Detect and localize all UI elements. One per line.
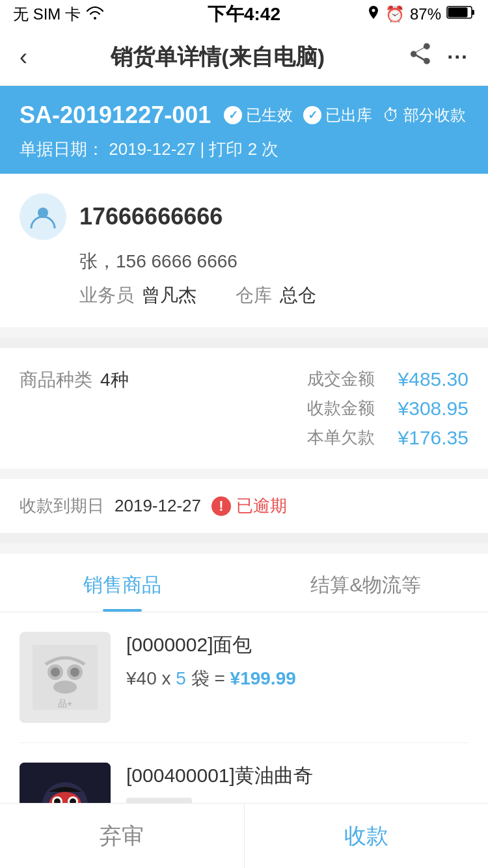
order-id: SA-20191227-001: [20, 102, 211, 129]
overdue-badge: ! 已逾期: [211, 495, 287, 517]
summary-row: 商品种类 4种 成交金额 ¥485.30 收款金额 ¥308.95 本单欠款 ¥…: [20, 368, 468, 449]
svg-rect-1: [472, 10, 474, 15]
nav-bar: ‹ 销货单详情(来自电脑) ···: [0, 29, 488, 86]
collected-amount: ¥308.95: [390, 398, 468, 420]
product-name-1: [0000002]面包: [126, 632, 468, 658]
product-name-2: [000400001]黄油曲奇: [126, 763, 468, 789]
warehouse-name: 总仓: [280, 283, 316, 308]
collected-amount-row: 收款金额 ¥308.95: [307, 397, 468, 420]
due-amount-label: 本单欠款: [307, 426, 375, 449]
tab-sales-goods[interactable]: 销售商品: [0, 554, 244, 612]
due-amount: ¥176.35: [390, 427, 468, 449]
summary-left: 商品种类 4种: [20, 368, 129, 392]
more-icon[interactable]: ···: [447, 45, 468, 69]
battery-label: 87%: [410, 5, 441, 23]
sales-meta: 业务员 曾凡杰: [79, 283, 197, 308]
status-bar-left: 无 SIM 卡: [13, 4, 104, 25]
list-item: 品+ [0000002]面包 ¥40 x 5 袋 = ¥199.99: [20, 612, 468, 743]
due-date-value: 2019-12-27: [115, 496, 201, 516]
due-section: 收款到期日 2019-12-27 ! 已逾期: [0, 479, 488, 533]
reject-button[interactable]: 弃审: [0, 804, 245, 868]
collected-label: 收款金额: [307, 397, 375, 420]
header-banner: SA-20191227-001 ✓ 已生效 ✓ 已出库 ⏱ 部分收款 单据日期：…: [0, 86, 488, 174]
product-info-1: [0000002]面包 ¥40 x 5 袋 = ¥199.99: [126, 632, 468, 723]
deal-amount: ¥485.30: [390, 368, 468, 390]
print-info: | 打印 2 次: [200, 139, 278, 159]
customer-section: 17666666666 张，156 6666 6666 业务员 曾凡杰 仓库 总…: [0, 174, 488, 327]
svg-point-7: [51, 668, 60, 677]
carrier-label: 无 SIM 卡: [13, 4, 81, 25]
svg-text:品+: 品+: [58, 698, 72, 709]
back-button[interactable]: ‹: [20, 44, 27, 71]
sales-name: 曾凡杰: [142, 283, 197, 308]
due-date-label: 收款到期日: [20, 495, 104, 517]
check-icon-2: ✓: [303, 106, 321, 124]
tab-sales-goods-label: 销售商品: [83, 574, 161, 595]
divider-2: [0, 533, 488, 543]
sales-label: 业务员: [79, 283, 134, 308]
product-total-1: ¥199.99: [230, 668, 296, 688]
wifi-icon: [86, 5, 104, 23]
warehouse-meta: 仓库 总仓: [236, 283, 316, 308]
status-bar-time: 下午4:42: [208, 2, 280, 27]
product-unit-price-1: ¥40: [126, 668, 157, 688]
product-thumb-1: 品+: [20, 632, 111, 723]
nav-actions: ···: [408, 42, 468, 72]
svg-point-9: [53, 681, 77, 694]
page-title: 销货单详情(来自电脑): [111, 42, 325, 72]
deal-amount-row: 成交金额 ¥485.30: [307, 368, 468, 390]
location-icon: [367, 5, 380, 24]
product-unit-1: 袋: [191, 668, 210, 688]
clock-icon-status-badge: ⏱: [383, 105, 400, 126]
status-partial-label: 部分收款: [403, 105, 466, 126]
collect-label: 收款: [344, 821, 388, 851]
status-tags: ✓ 已生效 ✓ 已出库 ⏱ 部分收款: [224, 105, 466, 126]
due-amount-row: 本单欠款 ¥176.35: [307, 426, 468, 449]
overdue-text: 已逾期: [236, 495, 287, 517]
svg-rect-2: [448, 8, 468, 18]
customer-meta: 业务员 曾凡杰 仓库 总仓: [20, 283, 468, 308]
customer-name: 17666666666: [79, 203, 223, 230]
product-multiply-1: x: [162, 668, 176, 688]
reject-label: 弃审: [100, 821, 144, 851]
clock-icon-status: ⏰: [385, 5, 405, 23]
divider-1: [0, 338, 488, 348]
overdue-icon: !: [211, 496, 231, 516]
battery-icon: [446, 5, 475, 23]
date-value: 2019-12-27: [109, 139, 195, 159]
bottom-bar: 弃审 收款: [0, 803, 488, 868]
customer-phone: 张，156 6666 6666: [20, 249, 468, 274]
customer-top: 17666666666: [20, 193, 468, 240]
tab-settlement[interactable]: 结算&物流等: [244, 554, 488, 612]
tab-settlement-label: 结算&物流等: [310, 574, 421, 595]
product-qty-1: 5: [176, 668, 186, 688]
date-label: 单据日期：: [20, 139, 104, 159]
status-shipped: ✓ 已出库: [303, 105, 372, 126]
type-label: 商品种类: [20, 368, 92, 392]
check-icon-1: ✓: [224, 106, 242, 124]
status-bar-right: ⏰ 87%: [367, 5, 475, 24]
status-bar: 无 SIM 卡 下午4:42 ⏰ 87%: [0, 0, 488, 29]
collect-button[interactable]: 收款: [245, 804, 489, 868]
svg-point-8: [70, 668, 79, 677]
header-date: 单据日期： 2019-12-27 | 打印 2 次: [20, 138, 468, 161]
product-equals-1: =: [214, 668, 230, 688]
status-effective-label: 已生效: [246, 105, 293, 126]
status-shipped-label: 已出库: [325, 105, 372, 126]
warehouse-label: 仓库: [236, 283, 272, 308]
share-icon[interactable]: [408, 42, 431, 72]
type-count: 4种: [100, 368, 129, 392]
tabs-header: 销售商品 结算&物流等: [0, 554, 488, 612]
customer-avatar: [20, 193, 66, 240]
status-partial: ⏱ 部分收款: [383, 105, 466, 126]
summary-right: 成交金额 ¥485.30 收款金额 ¥308.95 本单欠款 ¥176.35: [307, 368, 468, 449]
status-effective: ✓ 已生效: [224, 105, 293, 126]
summary-section: 商品种类 4种 成交金额 ¥485.30 收款金额 ¥308.95 本单欠款 ¥…: [0, 348, 488, 468]
product-price-1: ¥40 x 5 袋 = ¥199.99: [126, 666, 468, 691]
deal-label: 成交金额: [307, 368, 375, 390]
